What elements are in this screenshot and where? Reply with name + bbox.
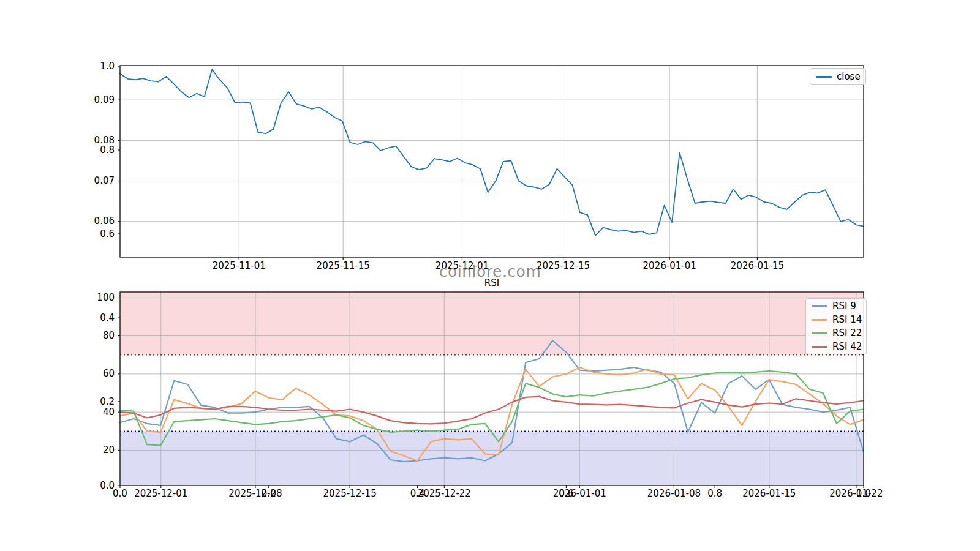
svg-text:2026-01-15: 2026-01-15	[731, 260, 784, 271]
rsi-chart-title: RSI	[484, 277, 499, 288]
svg-text:100: 100	[97, 292, 115, 303]
svg-text:1.0: 1.0	[856, 488, 871, 499]
legend-item-rsi9: RSI 9	[812, 301, 861, 312]
rsi-threshold-lines	[120, 355, 864, 432]
rsi14-line-swatch	[812, 319, 827, 321]
svg-text:2025-12-01: 2025-12-01	[134, 488, 187, 499]
svg-text:2025-12-22: 2025-12-22	[418, 488, 471, 499]
svg-text:1.0: 1.0	[100, 61, 115, 72]
svg-text:2025-12-15: 2025-12-15	[323, 488, 377, 499]
svg-text:2025-11-15: 2025-11-15	[317, 260, 370, 271]
legend-item-close: close	[816, 71, 860, 82]
price-gridlines	[120, 66, 864, 257]
legend-item-rsi22: RSI 22	[812, 328, 861, 339]
svg-text:2025-11-01: 2025-11-01	[213, 260, 266, 271]
legend-label-rsi42: RSI 42	[832, 341, 862, 352]
svg-text:0.4: 0.4	[100, 312, 115, 323]
chart-figure: 0.090.080.070.062025-11-012025-11-152025…	[0, 0, 980, 551]
svg-text:2026-01-15: 2026-01-15	[742, 488, 796, 499]
svg-text:2026-01-01: 2026-01-01	[643, 260, 696, 271]
rsi42-line-swatch	[812, 346, 827, 348]
svg-text:0.6: 0.6	[100, 228, 115, 239]
rsi9-line-swatch	[812, 305, 827, 307]
rsi-legend: RSI 9 RSI 14 RSI 22 RSI 42	[805, 298, 867, 354]
svg-text:80: 80	[103, 330, 115, 341]
svg-text:0.6: 0.6	[559, 488, 573, 499]
svg-text:2025-12-15: 2025-12-15	[537, 260, 590, 271]
legend-label-close: close	[837, 71, 861, 82]
svg-text:0.8: 0.8	[707, 488, 722, 499]
svg-text:0.4: 0.4	[410, 488, 425, 499]
legend-label-rsi9: RSI 9	[832, 301, 856, 312]
svg-text:0.09: 0.09	[94, 94, 115, 105]
price-ticks	[118, 100, 757, 260]
legend-label-rsi14: RSI 14	[832, 314, 862, 325]
legend-label-rsi22: RSI 22	[832, 328, 862, 339]
svg-text:0.2: 0.2	[100, 396, 115, 407]
price-axes-border	[120, 66, 864, 257]
svg-text:60: 60	[103, 368, 115, 379]
price-tick-labels: 0.090.080.070.062025-11-012025-11-152025…	[94, 94, 784, 271]
rsi22-line-swatch	[812, 332, 827, 334]
svg-text:0.8: 0.8	[100, 144, 115, 156]
svg-text:2026-01-08: 2026-01-08	[647, 488, 701, 499]
svg-text:20: 20	[103, 444, 115, 455]
svg-text:0.2: 0.2	[262, 488, 276, 499]
legend-item-rsi14: RSI 14	[812, 314, 861, 325]
price-close-line	[120, 70, 864, 236]
rsi-bands	[120, 292, 864, 485]
svg-text:0.06: 0.06	[94, 216, 115, 227]
svg-text:0.07: 0.07	[94, 175, 115, 186]
close-line-swatch	[816, 76, 832, 78]
legend-item-rsi42: RSI 42	[812, 341, 861, 352]
price-legend: close	[810, 68, 866, 85]
svg-text:0.0: 0.0	[113, 488, 127, 499]
svg-text:40: 40	[103, 407, 115, 418]
